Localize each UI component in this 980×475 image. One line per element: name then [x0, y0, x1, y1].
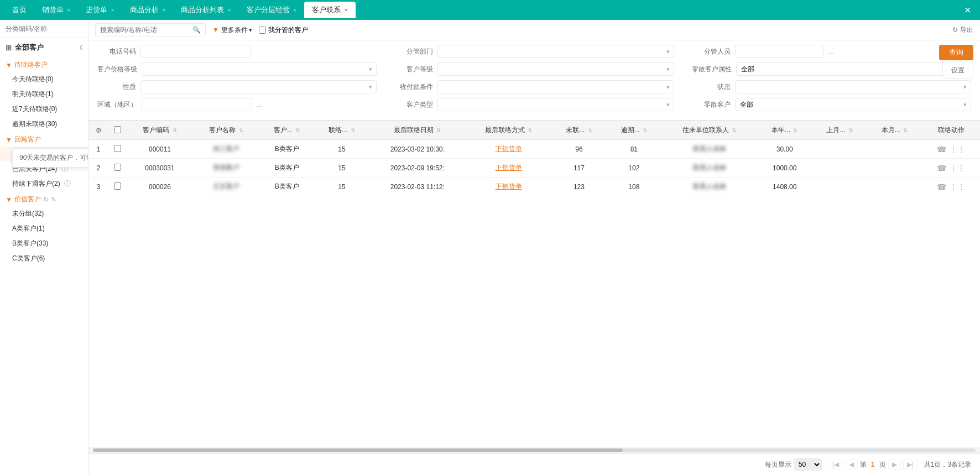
dept-select[interactable]	[437, 45, 674, 58]
my-customers-check[interactable]	[259, 27, 266, 34]
customer-type-select[interactable]	[437, 98, 674, 111]
phone-input[interactable]	[140, 45, 251, 58]
row1-checkbox[interactable]	[114, 145, 121, 152]
row2-unlink: 117	[551, 159, 606, 178]
col-settings[interactable]: ⚙	[88, 121, 108, 140]
retail-attr-select[interactable]: 全部	[736, 62, 971, 76]
filter-search-icon[interactable]: 🔍	[192, 26, 201, 34]
sort-icon[interactable]: ⇅	[793, 127, 797, 133]
col-unlink-days: 未联... ⇅	[551, 121, 606, 140]
filter-search-input[interactable]	[100, 26, 190, 34]
sort-icon[interactable]: ⇅	[239, 127, 243, 133]
row2-method-link[interactable]: 下销货单	[496, 164, 522, 171]
sidebar-group-title-review[interactable]: ▼ 回顾客户	[0, 132, 88, 147]
sidebar-item-c-class[interactable]: C类客户(6)	[0, 251, 88, 266]
horizontal-scrollbar[interactable]	[88, 447, 980, 453]
sidebar-group-pending: ▼ 待联络客户 今天待联络(0) 明天待联络(1) 近7天待联络(0) 逾期未联…	[0, 57, 88, 132]
row2-contact-icon[interactable]: ☎	[937, 164, 946, 173]
row1-method-link[interactable]: 下销货单	[496, 145, 522, 153]
sidebar-item-7days[interactable]: 近7天待联络(0)	[0, 102, 88, 117]
sort-icon[interactable]: ⇅	[436, 127, 441, 133]
row3-checkbox[interactable]	[114, 182, 121, 190]
next-page-button[interactable]: ▶	[888, 459, 901, 470]
tab-home[interactable]: 首页	[4, 2, 34, 18]
tab-close-icon[interactable]: ×	[111, 7, 114, 13]
row2-checkbox[interactable]	[114, 164, 121, 171]
sidebar-item-overdue[interactable]: 逾期未联络(30)	[0, 117, 88, 132]
nature-select[interactable]	[140, 80, 377, 93]
page-size-select[interactable]: 50 20 100	[794, 458, 822, 471]
sidebar-item-unclassified[interactable]: 未分组(32)	[0, 206, 88, 221]
row3-contact-icon[interactable]: ☎	[937, 182, 946, 191]
window-close-button[interactable]: ✕	[960, 3, 976, 18]
payment-select[interactable]	[437, 80, 674, 93]
region-ellipsis[interactable]: ...	[252, 101, 267, 108]
row1-code: 000011	[127, 140, 193, 159]
sidebar-item-today[interactable]: 今天待联络(0)	[0, 72, 88, 87]
sort-icon[interactable]: ⇅	[528, 127, 532, 133]
sort-icon[interactable]: ⇅	[643, 127, 647, 133]
refresh-icon[interactable]: ↻	[43, 196, 49, 203]
page-label: 第	[860, 460, 867, 469]
export-button[interactable]: ↻ 导出	[952, 25, 973, 35]
customer-level-select[interactable]	[437, 62, 674, 76]
sidebar-search-input[interactable]	[6, 25, 88, 33]
last-page-button[interactable]: ▶|	[903, 459, 918, 470]
sidebar-item-tomorrow[interactable]: 明天待联络(1)	[0, 87, 88, 102]
sidebar-all-customers[interactable]: ⊞ 全部客户 《	[0, 38, 88, 57]
row2-last-method[interactable]: 下销货单	[466, 159, 551, 178]
tab-close-icon[interactable]: ×	[162, 7, 165, 13]
tab-product-analysis[interactable]: 商品分析 ×	[122, 2, 173, 18]
sort-icon[interactable]: ⇅	[588, 127, 592, 133]
sort-icon[interactable]: ⇅	[903, 127, 908, 133]
row1-more-icon[interactable]: ⋮⋮	[950, 145, 965, 154]
row3-method-link[interactable]: 下销货单	[496, 182, 522, 190]
first-page-button[interactable]: |◀	[828, 459, 843, 470]
status-select[interactable]	[735, 80, 971, 93]
sidebar-item-a-class[interactable]: A类客户(1)	[0, 221, 88, 236]
filter-row-1: 电话号码 分管部门 分管人员 ...	[97, 45, 971, 58]
row1-contacts-text: 联系人名称	[693, 145, 726, 153]
arrow-icon: ▼	[6, 196, 12, 203]
sort-icon[interactable]: ⇅	[848, 127, 853, 133]
tab-close-icon[interactable]: ×	[227, 7, 231, 13]
row1-name-text: 张三客户	[213, 145, 239, 153]
row1-contact-icon[interactable]: ☎	[937, 145, 946, 154]
filter-more-conditions[interactable]: ▼ 更多条件 ▾	[212, 25, 252, 35]
edit-icon[interactable]: ✎	[51, 196, 56, 203]
sort-icon[interactable]: ⇅	[295, 127, 300, 133]
tab-product-analysis-list[interactable]: 商品分析列表 ×	[173, 2, 238, 18]
sidebar-group-title-pending[interactable]: ▼ 待联络客户	[0, 57, 88, 72]
sidebar-item-b-class[interactable]: B类客户(33)	[0, 236, 88, 251]
nature-label: 性质	[97, 82, 136, 92]
price-level-select[interactable]	[142, 62, 377, 76]
tab-close-icon[interactable]: ×	[67, 7, 70, 13]
scrollbar-thumb[interactable]	[93, 448, 623, 452]
tab-customer-layer[interactable]: 客户分层经营 ×	[239, 2, 304, 18]
tab-sales-order[interactable]: 销货单 ×	[34, 2, 78, 18]
row1-action-icons: ☎ ⋮⋮	[927, 145, 974, 154]
person-ellipsis[interactable]: ...	[823, 48, 838, 55]
sidebar-item-declining[interactable]: 持续下滑客户(2) ⓘ	[0, 176, 88, 191]
tab-close-icon[interactable]: ×	[293, 7, 296, 13]
settings-button[interactable]: 设置	[942, 62, 973, 79]
tab-purchase-order[interactable]: 进货单 ×	[78, 2, 122, 18]
row3-more-icon[interactable]: ⋮⋮	[950, 182, 965, 191]
prev-page-button[interactable]: ◀	[845, 459, 858, 470]
sort-icon[interactable]: ⇅	[173, 127, 177, 133]
tab-customer-contact[interactable]: 客户联系 ×	[304, 2, 355, 18]
sort-icon[interactable]: ⇅	[351, 127, 355, 133]
retail-customer-select[interactable]: 全部	[735, 98, 971, 111]
row3-last-method[interactable]: 下销货单	[466, 178, 551, 196]
tab-close-icon[interactable]: ×	[344, 7, 347, 13]
sort-icon[interactable]: ⇅	[732, 127, 736, 133]
query-button[interactable]: 查询	[939, 45, 973, 60]
sidebar-group-title-value[interactable]: ▼ 价值客户 ↻ ✎	[0, 191, 88, 206]
row2-more-icon[interactable]: ⋮⋮	[950, 164, 965, 173]
select-all-checkbox[interactable]	[114, 126, 121, 133]
person-input[interactable]	[735, 45, 823, 58]
price-level-select-wrap	[142, 62, 377, 76]
my-customers-checkbox[interactable]: 我分管的客户	[259, 25, 308, 35]
row1-last-method[interactable]: 下销货单	[466, 140, 551, 159]
region-input[interactable]	[142, 98, 252, 111]
